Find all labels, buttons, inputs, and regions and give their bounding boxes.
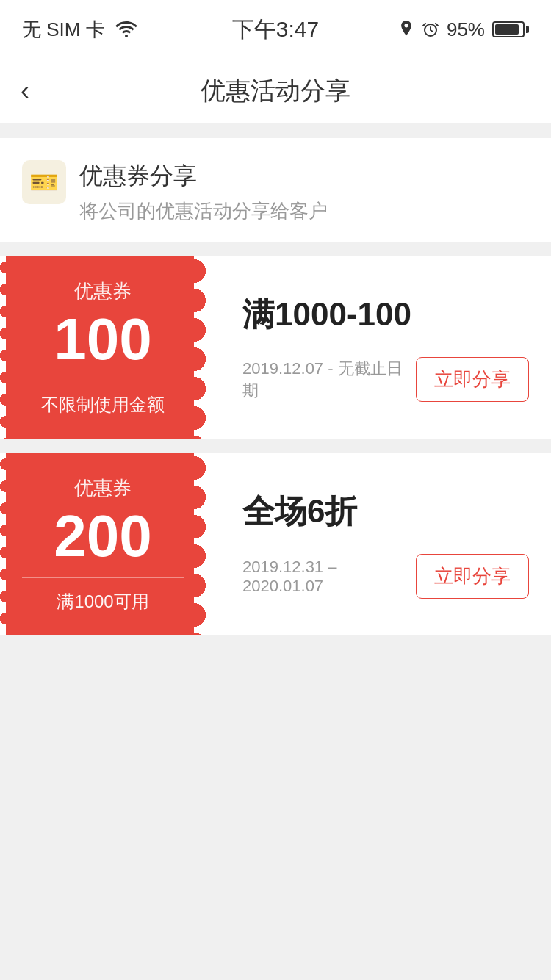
alarm-icon [422, 21, 439, 38]
status-right: 95% [398, 18, 529, 41]
coupon-card-2: 优惠券 200 满1000可用 全场6折 2019.12.31 – 2020.0… [0, 453, 551, 635]
status-bar: 无 SIM 卡 下午3:47 95% [0, 0, 551, 59]
section-icon: 🎫 [22, 160, 66, 204]
status-left: 无 SIM 卡 [22, 17, 139, 43]
coupons-list: 优惠券 100 不限制使用金额 满1000-100 2019.12.07 - 无… [0, 256, 551, 650]
share-button-2[interactable]: 立即分享 [416, 554, 529, 599]
back-button[interactable]: ‹ [21, 76, 29, 107]
coupon-condition-1: 不限制使用金额 [41, 393, 165, 417]
location-icon [398, 21, 414, 38]
coupon-name-1: 满1000-100 [242, 293, 529, 336]
coupon-footer-1: 2019.12.07 - 无截止日期 立即分享 [242, 357, 529, 402]
battery-percentage: 95% [447, 18, 485, 41]
coupon-right-2: 全场6折 2019.12.31 – 2020.01.07 立即分享 [206, 453, 551, 635]
coupon-left-1: 优惠券 100 不限制使用金额 [0, 256, 206, 439]
nav-bar: ‹ 优惠活动分享 [0, 59, 551, 123]
coupon-label-1: 优惠券 [74, 278, 132, 304]
coupon-divider-1 [22, 381, 184, 381]
section-header: 🎫 优惠券分享 将公司的优惠活动分享给客户 [0, 138, 551, 242]
coupon-condition-2: 满1000可用 [57, 590, 148, 613]
carrier-text: 无 SIM 卡 [22, 17, 105, 43]
coupon-footer-2: 2019.12.31 – 2020.01.07 立即分享 [242, 554, 529, 599]
coupon-divider-2 [22, 577, 184, 578]
coupon-amount-2: 200 [54, 507, 151, 566]
section-subtitle: 将公司的优惠活动分享给客户 [79, 198, 328, 224]
coupon-date-2: 2019.12.31 – 2020.01.07 [242, 558, 404, 596]
coupon-name-2: 全场6折 [242, 490, 529, 533]
section-text: 优惠券分享 将公司的优惠活动分享给客户 [79, 160, 328, 224]
coupon-amount-1: 100 [54, 310, 151, 369]
section-title: 优惠券分享 [79, 160, 328, 192]
coupon-left-2: 优惠券 200 满1000可用 [0, 453, 206, 635]
coupon-card-1: 优惠券 100 不限制使用金额 满1000-100 2019.12.07 - 无… [0, 256, 551, 439]
wifi-icon [114, 21, 139, 38]
coupon-date-1: 2019.12.07 - 无截止日期 [242, 358, 404, 402]
coupon-label-2: 优惠券 [74, 475, 132, 501]
status-time: 下午3:47 [232, 15, 319, 45]
share-button-1[interactable]: 立即分享 [416, 357, 529, 402]
coupon-right-1: 满1000-100 2019.12.07 - 无截止日期 立即分享 [206, 256, 551, 439]
battery-icon [492, 21, 529, 37]
nav-title: 优惠活动分享 [201, 74, 350, 108]
